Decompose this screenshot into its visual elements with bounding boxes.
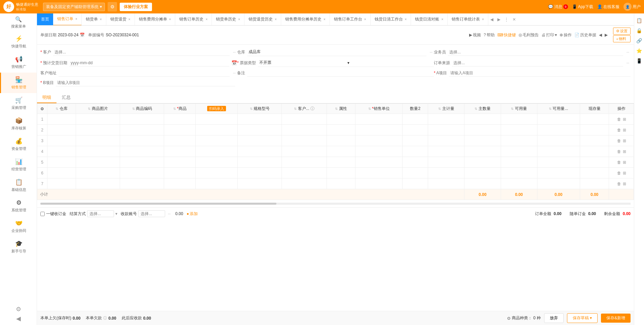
copy-row-icon[interactable]: ⊞ <box>623 138 626 143</box>
profit-btn[interactable]: ◎ 毛利预告 <box>519 32 539 38</box>
message-nav-item[interactable]: 💬 消息 9 <box>548 4 568 10</box>
delete-row-icon[interactable]: 🗑 <box>617 171 621 175</box>
help-btn[interactable]: ? 帮助 <box>484 32 495 38</box>
tab-sales-order[interactable]: 销售订单 × <box>53 13 82 26</box>
tab-nav-next[interactable]: ▶ <box>495 13 502 26</box>
account-more-btn[interactable]: ··· <box>166 212 172 216</box>
payment-method-input[interactable] <box>87 210 114 217</box>
add-deposit-btn[interactable]: ● 添加 <box>187 211 198 217</box>
print-btn[interactable]: 🖨 打印 ▾ <box>541 32 557 38</box>
tab-sales-stats[interactable]: 销售订单统计表 × <box>448 13 488 26</box>
tab-fee-history[interactable]: 销售费用分摊单历史 × <box>281 13 330 26</box>
tab-close-icon[interactable]: × <box>482 17 484 21</box>
tab-close-icon[interactable]: × <box>100 17 102 21</box>
tab-close-icon[interactable]: × <box>238 17 240 21</box>
cell-warehouse-3[interactable] <box>47 135 76 146</box>
invoice-type-select[interactable]: 不开票 ▾ <box>258 59 434 67</box>
tab-nav-menu[interactable]: ⋮ <box>502 13 510 26</box>
cell-attrs-2[interactable] <box>327 125 355 135</box>
sidebar-item-ops[interactable]: 📊 经营管理 <box>0 155 37 175</box>
cell-warehouse-1[interactable] <box>47 114 76 125</box>
sidebar-item-system[interactable]: ⚙ 系统管理 <box>0 196 37 216</box>
copy-row-icon[interactable]: ⊞ <box>623 181 626 186</box>
cell-spec-2[interactable] <box>238 125 282 135</box>
online-service-item[interactable]: 👤 在线客服 <box>597 4 619 10</box>
ops-btn[interactable]: ⊕ 操作 <box>560 32 572 38</box>
warehouse-more-btn[interactable]: ··· <box>428 50 434 54</box>
calendar2-icon[interactable]: 📅 <box>231 60 237 66</box>
delete-row-icon[interactable]: 🗑 <box>617 138 621 143</box>
toolbar-nav-next[interactable]: ▶ <box>605 33 608 37</box>
cell-sku-3[interactable] <box>120 135 164 146</box>
settings-quick-btn[interactable]: ⚙ 设置 <box>613 28 631 35</box>
add-material-btn[interactable]: + 物料 <box>613 35 631 42</box>
sidebar-item-purchase[interactable]: 🛒 采购管理 <box>0 93 37 114</box>
delete-row-icon[interactable]: 🗑 <box>617 160 621 165</box>
tab-close-icon[interactable]: × <box>441 17 443 21</box>
delete-row-icon[interactable]: 🗑 <box>617 117 621 122</box>
user-nav-item[interactable]: 👤 用户 <box>623 3 641 11</box>
rp-link-icon[interactable]: 🔗 <box>635 36 644 45</box>
sidebar-item-marketing[interactable]: 📢 营销推广 <box>0 52 37 73</box>
addr-more-btn[interactable]: ··· <box>232 71 237 75</box>
copy-row-icon[interactable]: ⊞ <box>623 117 626 122</box>
tab-nav-prev[interactable]: ◀ <box>488 13 495 26</box>
tab-close-icon[interactable]: × <box>75 17 77 21</box>
cell-customer-code-3[interactable] <box>282 135 327 146</box>
cell-qty2-3[interactable] <box>403 135 428 146</box>
cell-main-qty-1[interactable] <box>464 114 501 125</box>
one-click-deposit-checkbox[interactable] <box>40 212 45 216</box>
rp-star-icon[interactable]: ⭐ <box>635 46 644 55</box>
tab-close-icon[interactable]: × <box>364 17 366 21</box>
copy-row-icon[interactable]: ⊞ <box>623 171 626 175</box>
account-input[interactable] <box>138 210 165 217</box>
tab-home[interactable]: 首页 <box>37 13 53 26</box>
rp-notes-icon[interactable]: 📋 <box>635 16 644 25</box>
calendar-icon[interactable]: 📅 <box>80 33 85 37</box>
cell-qty2-1[interactable] <box>403 114 428 125</box>
cell-main-qty-2[interactable] <box>464 125 501 135</box>
shortcut-btn[interactable]: ⌨ 快捷键 <box>497 32 516 38</box>
sidebar-item-basic[interactable]: 📋 基础信息 <box>0 175 37 196</box>
save-draft-button[interactable]: 保存草稿 ▾ <box>567 313 598 323</box>
tab-close-icon[interactable]: × <box>275 17 277 21</box>
note-input[interactable] <box>247 70 434 77</box>
sidebar-item-sales[interactable]: 🏪 销售管理 <box>0 73 37 93</box>
cell-attrs-3[interactable] <box>327 135 355 146</box>
cell-warehouse-2[interactable] <box>47 125 76 135</box>
cell-sku-1[interactable] <box>120 114 164 125</box>
copy-row-icon[interactable]: ⊞ <box>623 160 626 165</box>
tab-sales-return[interactable]: 销货退货 × <box>106 13 135 26</box>
cell-spec-3[interactable] <box>238 135 282 146</box>
customer-input[interactable] <box>53 49 230 56</box>
sidebar-item-finance[interactable]: 💰 资金管理 <box>0 134 37 155</box>
sidebar-item-enterprise[interactable]: 🤝 企业协同 <box>0 216 37 237</box>
tab-close-icon[interactable]: × <box>169 17 171 21</box>
cell-sku-2[interactable] <box>120 125 164 135</box>
tab-daily-reconcile[interactable]: 钱货日清对账 × <box>411 13 448 26</box>
view-btn[interactable]: ▶ 视频 <box>469 32 481 38</box>
sidebar-item-newbie[interactable]: 🎓 新手引导 <box>0 237 37 257</box>
sidebar-item-inventory[interactable]: 📦 库存核算 <box>0 114 37 134</box>
delete-row-icon[interactable]: 🗑 <box>617 149 621 154</box>
payment-arrow-icon[interactable]: ▾ <box>115 211 117 216</box>
rp-mobile-icon[interactable]: 📱 <box>635 56 644 65</box>
tab-order-workbench[interactable]: 销售订单工作台 × <box>330 13 371 26</box>
b-project-input[interactable] <box>56 79 235 86</box>
copy-row-icon[interactable]: ⊞ <box>623 149 626 154</box>
sidebar-item-quick-nav[interactable]: ⚡ 快捷导航 <box>0 32 37 52</box>
system-selector[interactable]: 装备及固定资产辅助管理系统 ▾ <box>43 3 105 11</box>
collapse-sidebar-icon[interactable]: ◀ <box>16 315 21 322</box>
warehouse-value[interactable]: 成品库 <box>247 48 426 56</box>
cell-unit-1[interactable] <box>355 114 403 125</box>
tab-return-history[interactable]: 销货退货历史 × <box>244 13 281 26</box>
cell-attrs-1[interactable] <box>327 114 355 125</box>
cell-unit-2[interactable] <box>355 125 403 135</box>
save-new-button[interactable]: 保存&新增 <box>601 314 631 323</box>
tab-invoice-history[interactable]: 销货单历史 × <box>212 13 244 26</box>
tab-summary[interactable]: 汇总 <box>56 92 76 103</box>
history-btn[interactable]: 📄 历史单据 <box>574 32 596 38</box>
order-source-input[interactable] <box>452 59 623 67</box>
a-project-input[interactable] <box>449 70 631 77</box>
delete-row-icon[interactable]: 🗑 <box>617 181 621 186</box>
